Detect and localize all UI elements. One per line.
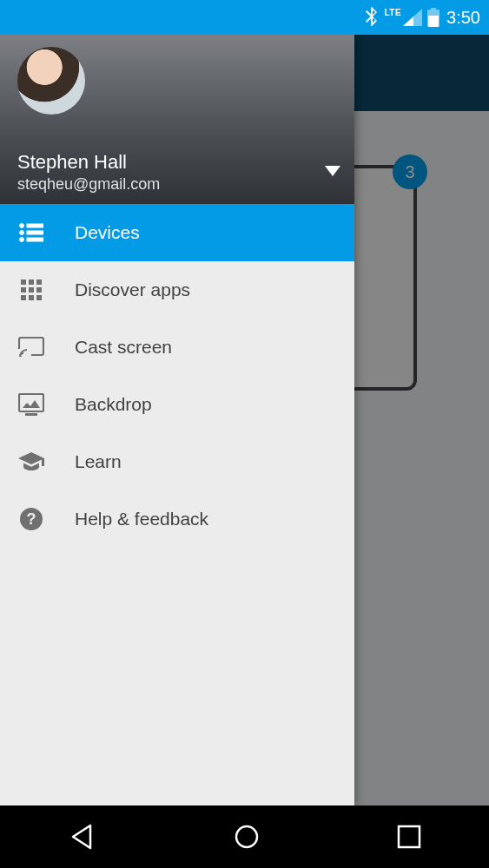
svg-rect-15 (19, 394, 43, 411)
svg-rect-20 (399, 826, 420, 847)
drawer-item-help[interactable]: ? Help & feedback (0, 490, 354, 548)
svg-rect-14 (36, 295, 42, 300)
drawer-header[interactable]: Stephen Hall steqheu@gmail.com (0, 35, 354, 204)
svg-rect-13 (29, 295, 34, 300)
drawer-item-label: Help & feedback (75, 509, 337, 529)
svg-rect-5 (27, 238, 43, 241)
battery-icon (427, 8, 439, 27)
drawer-item-label: Backdrop (75, 394, 337, 415)
drawer-item-cast[interactable]: Cast screen (0, 319, 354, 376)
navigation-drawer: Stephen Hall steqheu@gmail.com Devices D… (0, 35, 354, 806)
drawer-item-label: Discover apps (75, 279, 337, 300)
bluetooth-icon (365, 7, 379, 28)
account-block[interactable]: Stephen Hall steqheu@gmail.com (17, 151, 337, 194)
svg-rect-7 (29, 279, 34, 285)
account-name: Stephen Hall (17, 151, 337, 174)
recents-button[interactable] (396, 824, 422, 850)
lte-icon: LTE (384, 9, 401, 17)
drawer-list: Devices Discover apps Cast screen Backdr… (0, 204, 354, 806)
system-navigation-bar (0, 806, 489, 868)
home-button[interactable] (232, 822, 261, 852)
back-button[interactable] (68, 822, 97, 852)
svg-point-2 (20, 231, 24, 235)
svg-rect-3 (27, 231, 43, 234)
help-icon: ? (17, 508, 45, 530)
backdrop-icon (17, 393, 45, 416)
svg-rect-8 (36, 279, 42, 285)
learn-icon (17, 452, 45, 471)
svg-rect-12 (21, 295, 26, 300)
drawer-item-label: Cast screen (75, 337, 337, 358)
status-time: 3:50 (446, 8, 480, 28)
svg-point-4 (20, 238, 24, 242)
drawer-item-label: Devices (75, 222, 337, 243)
chevron-down-icon[interactable] (325, 164, 340, 180)
drawer-item-discover[interactable]: Discover apps (0, 261, 354, 319)
account-email: steqheu@gmail.com (17, 175, 337, 194)
svg-text:?: ? (27, 510, 36, 528)
svg-point-19 (236, 826, 257, 847)
avatar[interactable] (17, 47, 85, 115)
svg-rect-11 (36, 287, 42, 293)
cast-icon (17, 337, 45, 358)
apps-grid-icon (17, 279, 45, 300)
svg-rect-6 (21, 279, 26, 285)
svg-rect-9 (21, 287, 26, 293)
svg-rect-1 (27, 224, 43, 227)
drawer-item-backdrop[interactable]: Backdrop (0, 376, 354, 433)
svg-point-0 (20, 224, 24, 228)
svg-rect-10 (29, 287, 34, 293)
drawer-item-label: Learn (75, 451, 337, 472)
drawer-item-learn[interactable]: Learn (0, 433, 354, 490)
devices-list-icon (17, 223, 45, 242)
svg-rect-16 (25, 413, 37, 416)
signal-icon (403, 9, 422, 26)
status-bar: LTE 3:50 (0, 0, 489, 35)
drawer-item-devices[interactable]: Devices (0, 204, 354, 261)
